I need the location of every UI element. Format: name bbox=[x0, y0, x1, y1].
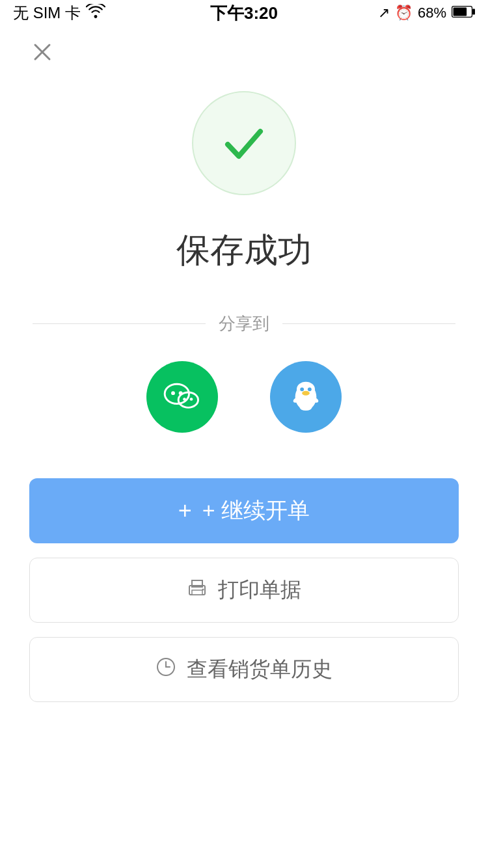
actions-container: + + 继续开单 打印单据 查看销货单 bbox=[29, 478, 459, 702]
svg-point-8 bbox=[179, 391, 183, 395]
svg-point-5 bbox=[165, 384, 189, 403]
share-section: 分享到 bbox=[0, 312, 488, 433]
svg-rect-2 bbox=[454, 8, 467, 16]
svg-point-19 bbox=[300, 405, 312, 411]
svg-point-13 bbox=[300, 387, 304, 391]
status-time: 下午3:20 bbox=[210, 2, 278, 25]
main-content: 保存成功 分享到 bbox=[0, 26, 488, 702]
svg-point-10 bbox=[190, 398, 193, 401]
history-button[interactable]: 查看销货单历史 bbox=[29, 637, 459, 702]
history-label: 查看销货单历史 bbox=[187, 655, 332, 684]
wifi-icon bbox=[86, 4, 105, 22]
status-right: ↗ ⏰ 68% bbox=[378, 5, 475, 21]
success-circle bbox=[192, 91, 296, 195]
location-icon: ↗ bbox=[378, 5, 390, 21]
history-icon bbox=[156, 657, 176, 683]
continue-order-label: + 继续开单 bbox=[202, 496, 310, 526]
svg-point-9 bbox=[183, 398, 186, 401]
close-button[interactable] bbox=[26, 36, 59, 68]
svg-point-7 bbox=[171, 391, 175, 395]
checkmark-icon bbox=[218, 117, 270, 169]
qq-icon bbox=[283, 374, 329, 420]
svg-point-16 bbox=[302, 391, 310, 396]
status-left: 无 SIM 卡 bbox=[13, 3, 105, 23]
alarm-icon: ⏰ bbox=[395, 5, 413, 21]
divider-left bbox=[33, 323, 206, 324]
print-button[interactable]: 打印单据 bbox=[29, 558, 459, 623]
wechat-icon bbox=[159, 374, 205, 420]
no-sim-label: 无 SIM 卡 bbox=[13, 3, 81, 23]
continue-order-button[interactable]: + + 继续开单 bbox=[29, 478, 459, 543]
divider-row: 分享到 bbox=[0, 312, 488, 335]
svg-point-23 bbox=[202, 588, 204, 590]
battery-percent: 68% bbox=[418, 5, 446, 21]
share-label: 分享到 bbox=[219, 312, 269, 335]
status-bar: 无 SIM 卡 下午3:20 ↗ ⏰ 68% bbox=[0, 0, 488, 26]
share-icons-row bbox=[146, 361, 342, 433]
printer-icon bbox=[187, 578, 208, 603]
battery-icon bbox=[452, 5, 475, 21]
plus-icon: + bbox=[178, 497, 192, 524]
print-label: 打印单据 bbox=[218, 576, 301, 604]
wechat-share-button[interactable] bbox=[146, 361, 218, 433]
svg-point-14 bbox=[308, 387, 312, 391]
divider-right bbox=[282, 323, 455, 324]
svg-rect-22 bbox=[192, 590, 202, 595]
success-title: 保存成功 bbox=[176, 228, 312, 273]
qq-share-button[interactable] bbox=[270, 361, 342, 433]
svg-rect-1 bbox=[472, 9, 475, 15]
